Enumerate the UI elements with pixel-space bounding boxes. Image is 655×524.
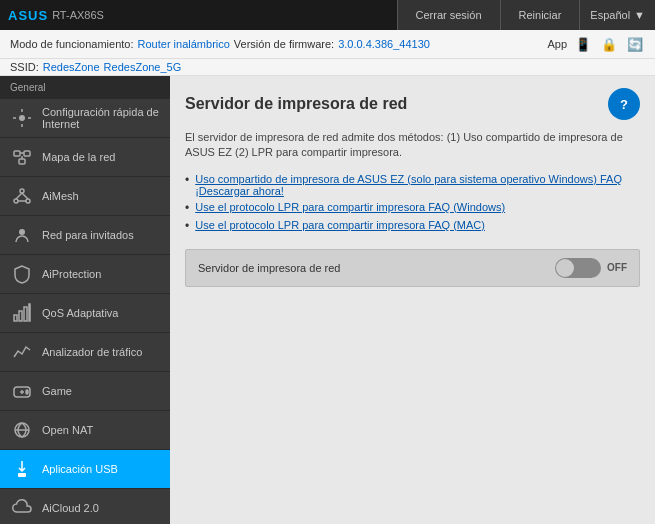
main-layout: General Configuración rápida de Internet… [0,76,655,524]
modebar: Modo de funcionamiento: Router inalámbri… [0,30,655,59]
chevron-down-icon: ▼ [634,9,645,21]
config-icon [10,106,34,130]
ssid-5g-link[interactable]: RedesZone_5G [104,61,182,73]
firmware-label: Versión de firmware: [234,38,334,50]
sidebar-item-label: Analizador de tráfico [42,346,142,358]
sidebar-item-qos[interactable]: QoS Adaptativa [0,294,170,333]
header: ASUS RT-AX86S Cerrar sesión Reiniciar Es… [0,0,655,30]
svg-rect-2 [24,151,30,156]
toggle-track[interactable] [555,258,601,278]
shield-sidebar-icon [10,262,34,286]
logo-text: ASUS [8,8,48,23]
toggle-switch[interactable]: OFF [555,258,627,278]
content-inner: Servidor de impresora de red ? El servid… [170,76,655,299]
svg-rect-24 [18,473,26,477]
setting-label: Servidor de impresora de red [198,262,340,274]
game-icon [10,379,34,403]
page-description: El servidor de impresora de red admite d… [185,130,640,161]
general-section-title: General [0,76,170,99]
svg-point-8 [26,199,30,203]
guest-icon [10,223,34,247]
restart-button[interactable]: Reiniciar [500,0,580,30]
svg-line-9 [16,193,22,199]
sidebar-item-label: Open NAT [42,424,93,436]
sidebar-item-label: Game [42,385,72,397]
sidebar-item-label: Aplicación USB [42,463,118,475]
mode-value-link[interactable]: Router inalámbrico [138,38,230,50]
setting-row: Servidor de impresora de red OFF [185,249,640,287]
sidebar-item-label: Red para invitados [42,229,134,241]
links-list: Uso compartido de impresora de ASUS EZ (… [185,173,640,233]
app-label: App [547,38,567,50]
map-icon [10,145,34,169]
usb-icon [10,457,34,481]
content-area: Servidor de impresora de red ? El servid… [170,76,655,524]
sidebar-item-label: QoS Adaptativa [42,307,118,319]
list-item: Use el protocolo LPR para compartir impr… [185,201,640,215]
list-item: Uso compartido de impresora de ASUS EZ (… [185,173,640,197]
sidebar-item-usb-app[interactable]: Aplicación USB [0,450,170,489]
router-model: RT-AX86S [48,9,104,21]
sidebar-item-label: Mapa de la red [42,151,115,163]
mode-label: Modo de funcionamiento: [10,38,134,50]
sidebar-item-config-rapida[interactable]: Configuración rápida de Internet [0,99,170,138]
sidebar-item-analizador[interactable]: Analizador de tráfico [0,333,170,372]
svg-point-7 [14,199,18,203]
qos-icon [10,301,34,325]
svg-line-10 [22,193,28,199]
refresh-icon[interactable]: 🔄 [625,34,645,54]
toggle-state-label: OFF [607,262,627,273]
page-title-bar: Servidor de impresora de red ? [185,88,640,120]
sidebar-item-label: Configuración rápida de Internet [42,106,160,130]
asus-logo: ASUS RT-AX86S [0,0,112,30]
link-lpr-windows[interactable]: Use el protocolo LPR para compartir impr… [195,201,505,213]
svg-rect-16 [29,304,30,321]
svg-rect-15 [24,307,27,321]
sidebar-item-mapa-red[interactable]: Mapa de la red [0,138,170,177]
sidebar-item-aicloud[interactable]: AiCloud 2.0 [0,489,170,524]
sidebar: General Configuración rápida de Internet… [0,76,170,524]
aimesh-icon [10,184,34,208]
language-label: Español [590,9,630,21]
sidebar-item-label: AiMesh [42,190,79,202]
ssid-2g-link[interactable]: RedesZone [43,61,100,73]
link-lpr-mac[interactable]: Use el protocolo LPR para compartir impr… [195,219,485,231]
svg-point-6 [20,189,24,193]
ssid-label: SSID: [10,61,39,73]
sidebar-item-aiprotection[interactable]: AiProtection [0,255,170,294]
aicloud-icon [10,496,34,520]
page-title: Servidor de impresora de red [185,95,407,113]
sidebar-item-aimesh[interactable]: AiMesh [0,177,170,216]
modebar-icons: App 📱 🔒 🔄 [547,34,645,54]
help-button[interactable]: ? [608,88,640,120]
ssidbar: SSID: RedesZone RedesZone_5G [0,59,655,76]
link-ez-faq[interactable]: Uso compartido de impresora de ASUS EZ (… [195,173,640,197]
list-item: Use el protocolo LPR para compartir impr… [185,219,640,233]
sidebar-item-label: AiCloud 2.0 [42,502,99,514]
firmware-value-link[interactable]: 3.0.0.4.386_44130 [338,38,430,50]
sidebar-item-label: AiProtection [42,268,101,280]
header-nav: Cerrar sesión Reiniciar Español ▼ [397,0,655,30]
sidebar-item-opennat[interactable]: Open NAT [0,411,170,450]
toggle-thumb [556,259,574,277]
smartphone-icon[interactable]: 📱 [573,34,593,54]
svg-point-0 [19,115,25,121]
svg-text:?: ? [620,97,628,112]
svg-rect-3 [19,159,25,164]
sidebar-item-game[interactable]: Game [0,372,170,411]
svg-rect-1 [14,151,20,156]
close-session-button[interactable]: Cerrar sesión [397,0,500,30]
nat-icon [10,418,34,442]
sidebar-item-red-invitados[interactable]: Red para invitados [0,216,170,255]
language-button[interactable]: Español ▼ [579,0,655,30]
svg-point-12 [19,229,25,235]
traffic-icon [10,340,34,364]
svg-rect-13 [14,315,17,321]
svg-point-21 [26,392,28,394]
shield-icon[interactable]: 🔒 [599,34,619,54]
svg-rect-14 [19,311,22,321]
